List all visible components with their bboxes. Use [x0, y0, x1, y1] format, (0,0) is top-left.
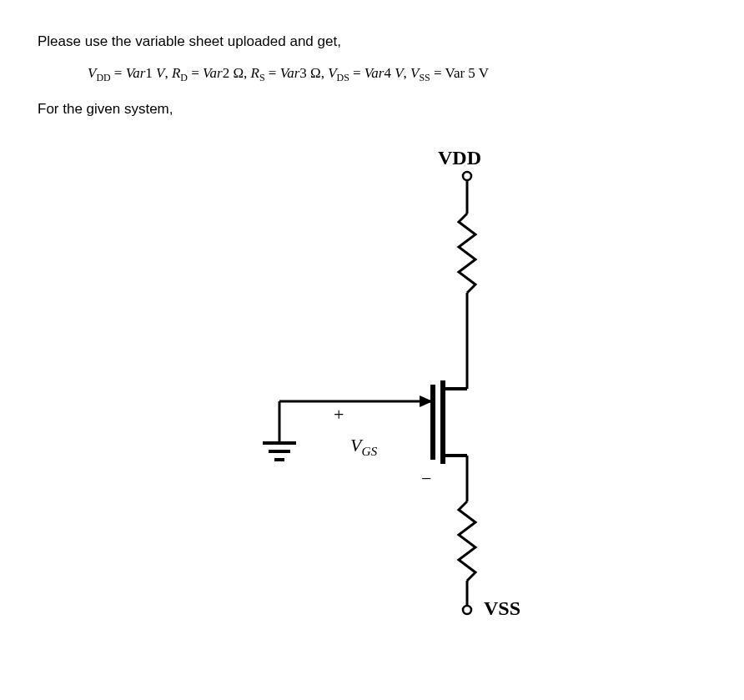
system-text: For the given system,	[38, 101, 706, 118]
circuit-svg	[188, 151, 688, 618]
vss-node	[463, 606, 471, 614]
plus-sign: +	[334, 404, 344, 426]
minus-sign: −	[421, 468, 431, 490]
equation-line: VDD = Var1 V, RD = Var2 Ω, RS = Var3 Ω, …	[88, 65, 706, 84]
vdd-node	[463, 172, 471, 180]
vgs-label: VGS	[350, 435, 377, 459]
vss-label: VSS	[484, 597, 520, 620]
resistor-rs	[459, 501, 475, 581]
intro-text: Please use the variable sheet uploaded a…	[38, 33, 706, 50]
vdd-label: VDD	[438, 147, 481, 169]
circuit-diagram: VDD VSS + − VGS	[188, 151, 688, 618]
resistor-rd	[459, 214, 475, 293]
